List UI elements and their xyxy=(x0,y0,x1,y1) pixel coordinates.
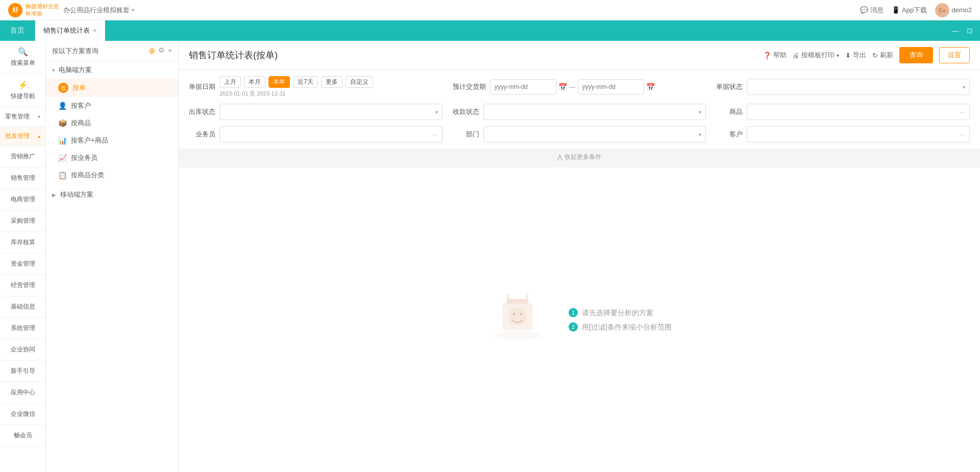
sidebar-item-enterprise[interactable]: 企业协同 xyxy=(0,339,45,361)
logo-text: 畅捷通好生意 标准版 xyxy=(26,3,59,16)
logo-area: 好 畅捷通好生意 标准版 xyxy=(8,3,59,17)
doc-status-select[interactable]: ▾ xyxy=(747,79,970,95)
page-actions: ❓ 帮助 🖨 按模板打印 ▾ ⬇ 导出 xyxy=(763,51,893,60)
product-label: 商品 xyxy=(716,107,743,116)
tree-item-by-salesperson[interactable]: 📈 按业务员 xyxy=(46,149,178,167)
dept-select[interactable]: ▾ xyxy=(483,126,706,143)
logo-icon: 好 xyxy=(8,3,22,17)
app-download-button[interactable]: 📱 App下载 xyxy=(892,6,927,15)
date-btn-last-month[interactable]: 上月 xyxy=(219,76,241,88)
expected-date-label: 预计交货期 xyxy=(453,82,486,91)
sidebar-item-wechat[interactable]: 企业微信 xyxy=(0,404,45,425)
sidebar-item-purchase[interactable]: 采购管理 xyxy=(0,210,45,232)
sidebar-item-quicknav[interactable]: ⚡ 快捷导航 xyxy=(0,74,45,107)
sidebar-item-operations[interactable]: 经营管理 xyxy=(0,275,45,296)
product-icon: 📦 xyxy=(58,119,67,127)
sidebar: 🔍 搜索菜单 ⚡ 快捷导航 零售管理 ▾ 批发管理 ▴ 营销推广 销售管理 电商… xyxy=(0,41,46,472)
customer-icon: 👤 xyxy=(58,102,67,110)
sidebar-item-finance[interactable]: 资金管理 xyxy=(0,253,45,275)
sidebar-item-newbie[interactable]: 新手引导 xyxy=(0,361,45,382)
add-icon[interactable]: ⊕ xyxy=(149,46,155,56)
query-button[interactable]: 查询 xyxy=(899,47,933,63)
sidebar-item-system[interactable]: 系统管理 xyxy=(0,318,45,339)
tab-sales-order[interactable]: 销售订单统计表 × xyxy=(35,20,105,41)
sidebar-item-marketing[interactable]: 营销推广 xyxy=(0,146,45,168)
sidebar-item-inventory[interactable]: 库存核算 xyxy=(0,232,45,253)
dept-label: 部门 xyxy=(453,130,479,139)
collapse-icon[interactable]: « xyxy=(168,46,172,56)
date-btn-7days[interactable]: 近7天 xyxy=(293,76,318,88)
chevron-right-icon: ▶ xyxy=(52,192,56,198)
chevron-up-icon: ▴ xyxy=(38,133,40,139)
breadcrumb-chevron-icon[interactable]: ▾ xyxy=(132,7,134,13)
doc-status-chevron-icon: ▾ xyxy=(963,84,965,90)
tree-item-by-customer-product[interactable]: 📊 按客户+商品 xyxy=(46,132,178,149)
salesperson-label: 业务员 xyxy=(189,130,215,139)
user-menu[interactable]: Ea demo2 xyxy=(935,3,972,17)
cal-icon-end[interactable]: 📅 xyxy=(646,83,655,91)
message-icon: 💬 xyxy=(860,6,868,14)
sidebar-item-sales[interactable]: 销售管理 xyxy=(0,168,45,189)
pay-status-label: 收款状态 xyxy=(453,107,479,116)
sidebar-item-retail[interactable]: 零售管理 ▾ xyxy=(0,107,45,127)
sidebar-item-member[interactable]: 畅会员 xyxy=(0,425,45,446)
ship-status-col: 出库状态 ▾ xyxy=(189,104,443,120)
sidebar-item-search[interactable]: 🔍 搜索菜单 xyxy=(0,41,45,74)
tab-controls: — ⊡ xyxy=(945,25,980,37)
dept-chevron-icon: ▾ xyxy=(699,132,701,137)
settings-button[interactable]: 设置 xyxy=(939,47,970,63)
customer-col: 客户 ··· xyxy=(716,126,970,143)
settings-icon[interactable]: ⚙ xyxy=(158,46,165,56)
tree-item-by-product-category[interactable]: 📋 按商品分类 xyxy=(46,167,178,184)
tree-item-by-customer[interactable]: 👤 按客户 xyxy=(46,97,178,114)
date-btn-this-year[interactable]: 本年 xyxy=(268,76,290,88)
page-title: 销售订单统计表(按单) xyxy=(189,49,278,61)
sidebar-item-ecommerce[interactable]: 电商管理 xyxy=(0,189,45,210)
minimize-button[interactable]: — xyxy=(949,25,962,37)
tip-item-1: 1 请先选择要分析的方案 xyxy=(569,305,672,320)
maximize-button[interactable]: ⊡ xyxy=(964,25,976,37)
main-layout: 🔍 搜索菜单 ⚡ 快捷导航 零售管理 ▾ 批发管理 ▴ 营销推广 销售管理 电商… xyxy=(0,41,980,472)
help-button[interactable]: ❓ 帮助 xyxy=(763,51,787,60)
sidebar-item-wholesale[interactable]: 批发管理 ▴ xyxy=(0,127,45,146)
left-panel-header: 按以下方案查询 ⊕ ⚙ « xyxy=(46,41,178,61)
message-button[interactable]: 💬 消息 xyxy=(860,6,884,15)
category-icon: 📋 xyxy=(58,171,67,179)
refresh-icon: ↻ xyxy=(872,52,878,59)
tree-item-by-product[interactable]: 📦 按商品 xyxy=(46,114,178,132)
collapse-icon: ⋀ xyxy=(557,154,562,161)
product-select[interactable]: ··· xyxy=(747,104,970,120)
date-btn-more[interactable]: 更多 xyxy=(321,76,342,88)
expected-date-start-input[interactable] xyxy=(490,79,556,95)
date-label: 单据日期 xyxy=(189,82,215,91)
sidebar-item-apps[interactable]: 应用中心 xyxy=(0,382,45,404)
ship-status-select[interactable]: ▾ xyxy=(219,104,443,120)
collapse-more-conditions[interactable]: ⋀ 收起更多条件 xyxy=(179,149,980,166)
customer-select[interactable]: ··· xyxy=(747,126,970,143)
svg-point-4 xyxy=(513,313,516,315)
date-btn-custom[interactable]: 自定义 xyxy=(346,76,373,88)
sidebar-item-basic[interactable]: 基础信息 xyxy=(0,296,45,318)
ship-chevron-icon: ▾ xyxy=(435,109,438,115)
content-area: 按以下方案查询 ⊕ ⚙ « ▾ 电脑端方案 按 按单 👤 按客户 xyxy=(46,41,980,472)
tree-item-mobile-solutions[interactable]: ▶ 移动端方案 xyxy=(46,186,178,203)
date-btn-this-month[interactable]: 本月 xyxy=(244,76,265,88)
salesperson-select[interactable]: ··· xyxy=(219,126,443,143)
print-button[interactable]: 🖨 按模板打印 ▾ xyxy=(793,51,839,60)
expected-date-end-input[interactable] xyxy=(578,79,644,95)
product-col: 商品 ··· xyxy=(716,104,970,120)
svg-point-5 xyxy=(520,313,523,315)
avatar: Ea xyxy=(935,3,949,17)
tab-close-icon[interactable]: × xyxy=(93,27,96,34)
quicknav-icon: ⚡ xyxy=(18,80,28,90)
export-button[interactable]: ⬇ 导出 xyxy=(845,51,866,60)
pay-status-select[interactable]: ▾ xyxy=(483,104,706,120)
top-bar-left: 好 畅捷通好生意 标准版 办公用品行业模拟账套 ▾ xyxy=(8,3,134,17)
ship-status-label: 出库状态 xyxy=(189,107,215,116)
tab-home[interactable]: 首页 xyxy=(0,20,35,41)
refresh-button[interactable]: ↻ 刷新 xyxy=(872,51,893,60)
cal-icon-start[interactable]: 📅 xyxy=(558,83,567,91)
tree-item-pc-solutions[interactable]: ▾ 电脑端方案 xyxy=(46,61,178,79)
filter-section: 单据日期 上月 本月 本年 近7天 更多 自定义 2023-01-01 至 20… xyxy=(179,70,980,149)
tree-item-by-order[interactable]: 按 按单 xyxy=(46,79,178,97)
